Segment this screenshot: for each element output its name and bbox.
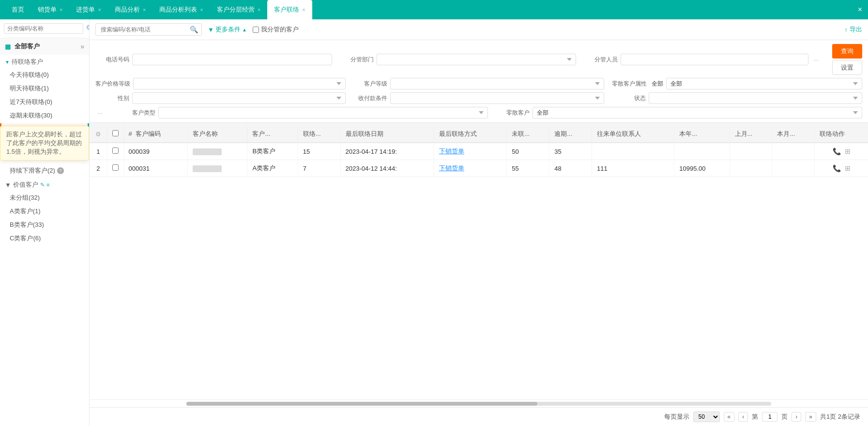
dept-select[interactable] xyxy=(377,54,577,65)
window-close-button[interactable]: × xyxy=(858,5,862,14)
horizontal-scrollbar[interactable] xyxy=(90,399,868,407)
row2-phone-icon[interactable]: 📞 xyxy=(833,164,841,172)
col-header-code[interactable]: # 客户编码 xyxy=(123,126,188,143)
nav-item-sales[interactable]: 销货单 × xyxy=(31,0,69,19)
query-button[interactable]: 查询 xyxy=(832,44,862,59)
last-page-button[interactable]: » xyxy=(805,412,816,422)
sidebar-item-today[interactable]: 今天待联络(0) xyxy=(0,68,89,82)
top-nav: 首页 销货单 × 进货单 × 商品分析 × 商品分析列表 × 客户分层经营 × … xyxy=(0,0,868,19)
row2-select-checkbox[interactable] xyxy=(112,164,119,171)
price-level-select[interactable] xyxy=(133,78,346,89)
nav-item-customer-layer[interactable]: 客户分层经营 × xyxy=(210,0,267,19)
row2-last-date: 2023-04-12 14:44: xyxy=(340,160,434,177)
sidebar-all-customers-header[interactable]: ▦ 全部客户 » xyxy=(0,38,89,55)
settings-button[interactable]: 设置 xyxy=(832,60,862,75)
sidebar-item-declining[interactable]: 持续下滑客户(2) ? xyxy=(0,164,89,177)
payment-select[interactable] xyxy=(390,92,604,104)
col-header-this-year[interactable]: 本年... xyxy=(674,126,730,143)
sidebar-search-icon[interactable]: 🔍 xyxy=(86,25,90,32)
col-header-action: 联络动作 xyxy=(815,126,868,143)
retail-customer-select[interactable]: 全部 xyxy=(533,107,862,118)
table-settings-col[interactable]: ⚙ xyxy=(90,126,107,143)
current-page-input[interactable] xyxy=(762,412,777,422)
export-button[interactable]: ↑ 导出 xyxy=(845,25,863,34)
retail-attr-select[interactable]: 全部 xyxy=(666,78,862,89)
nav-item-purchase[interactable]: 进货单 × xyxy=(69,0,107,19)
filter-icon: ▼ xyxy=(208,26,214,33)
gender-select[interactable] xyxy=(132,92,346,104)
nav-item-customer-contact[interactable]: 客户联络 × xyxy=(267,0,312,19)
table-gear-icon[interactable]: ⚙ xyxy=(95,131,101,138)
nav-item-analysis[interactable]: 商品分析 × xyxy=(108,0,152,19)
col-header-contact-person[interactable]: 往来单位联系人 xyxy=(592,126,674,143)
col-header-this-month[interactable]: 本月... xyxy=(772,126,815,143)
status-select[interactable] xyxy=(649,92,862,104)
scroll-thumb[interactable] xyxy=(186,402,537,406)
list-icon[interactable]: ≡ xyxy=(46,182,49,188)
col-header-not-contacted[interactable]: 未联... xyxy=(507,126,549,143)
sidebar: 🔍 ▦ 全部客户 » ▼ 待联络客户 今天待联络(0) 明天待联络(1) 近7天… xyxy=(0,19,90,426)
more-conditions-button[interactable]: ▼ 更多条件 ▲ xyxy=(208,25,247,34)
sidebar-item-a-class[interactable]: A类客户(1) xyxy=(0,205,89,218)
total-label: 共1页 2条记录 xyxy=(820,412,860,421)
row1-num: 1 xyxy=(90,143,107,160)
row1-checkbox[interactable] xyxy=(107,143,123,160)
sidebar-value-customers-header[interactable]: ▼ 价值客户 ✎ ≡ xyxy=(0,177,89,191)
person-input[interactable] xyxy=(621,54,808,65)
col-header-level[interactable]: 客户... xyxy=(247,126,298,143)
row1-phone-icon[interactable]: 📞 xyxy=(833,147,841,155)
table-row: 1 000039 B类客户 15 2023-04-17 14:19: xyxy=(90,143,868,160)
phone-input[interactable] xyxy=(132,54,332,65)
col-header-last-month[interactable]: 上月... xyxy=(730,126,772,143)
sidebar-search-input[interactable] xyxy=(4,23,83,34)
row2-more-icon[interactable]: ⊞ xyxy=(845,164,851,172)
customer-type-select[interactable] xyxy=(158,107,488,118)
close-sales-icon[interactable]: × xyxy=(60,7,62,13)
edit-icon[interactable]: ✎ xyxy=(40,182,45,188)
sidebar-item-unclassified[interactable]: 未分组(32) xyxy=(0,191,89,205)
row2-num: 2 xyxy=(90,160,107,177)
col-header-overdue[interactable]: 逾期... xyxy=(549,126,592,143)
close-analysis-icon[interactable]: × xyxy=(143,7,146,13)
sidebar-section-waiting[interactable]: ▼ 待联络客户 xyxy=(0,55,89,68)
my-customers-checkbox-label[interactable]: 我分管的客户 xyxy=(253,25,299,34)
row2-checkbox[interactable] xyxy=(107,160,123,177)
person-dots-button[interactable]: ··· xyxy=(811,56,821,63)
close-analysis-list-icon[interactable]: × xyxy=(200,7,203,13)
sidebar-item-7days[interactable]: 近7天待联络(0) xyxy=(0,95,89,109)
next-page-button[interactable]: › xyxy=(792,412,801,422)
customer-level-select[interactable] xyxy=(390,78,604,89)
prev-page-button[interactable]: ‹ xyxy=(738,412,748,422)
close-customer-layer-icon[interactable]: × xyxy=(258,7,260,13)
sidebar-item-tomorrow[interactable]: 明天待联络(1) xyxy=(0,82,89,95)
nav-item-analysis-list[interactable]: 商品分析列表 × xyxy=(152,0,210,19)
per-page-select[interactable]: 50 20 100 xyxy=(693,411,720,422)
first-page-button[interactable]: « xyxy=(724,412,735,422)
info-badge-3: ? xyxy=(57,167,64,174)
my-customers-checkbox[interactable] xyxy=(253,27,259,33)
col-header-last-method[interactable]: 最后联络方式 xyxy=(434,126,506,143)
sidebar-collapse-button[interactable]: » xyxy=(80,43,84,50)
per-page-label: 每页显示 xyxy=(664,412,689,421)
row2-last-method[interactable]: 下销货单 xyxy=(434,160,506,177)
arrow-down-icon: ▼ xyxy=(5,59,10,65)
sidebar-item-b-class[interactable]: B类客户(33) xyxy=(0,218,89,232)
sidebar-item-not-contacted[interactable]: 迩期未联络(30) xyxy=(0,109,89,122)
close-customer-contact-icon[interactable]: × xyxy=(302,7,305,13)
row1-last-method[interactable]: 下销货单 xyxy=(434,143,506,160)
row1-more-icon[interactable]: ⊞ xyxy=(845,147,851,155)
export-icon: ↑ xyxy=(845,26,848,33)
main-layout: 🔍 ▦ 全部客户 » ▼ 待联络客户 今天待联络(0) 明天待联络(1) 近7天… xyxy=(0,19,868,426)
col-header-contact-count[interactable]: 联络... xyxy=(298,126,340,143)
nav-item-home[interactable]: 首页 xyxy=(5,0,31,19)
search-button-icon[interactable]: 🔍 xyxy=(190,26,198,33)
more-fields-dots[interactable]: ··· xyxy=(95,109,105,117)
row1-select-checkbox[interactable] xyxy=(112,147,119,154)
sidebar-item-c-class[interactable]: C类客户(6) xyxy=(0,232,89,245)
close-purchase-icon[interactable]: × xyxy=(98,7,101,13)
col-header-last-date[interactable]: 最后联络日期 xyxy=(340,126,434,143)
select-all-checkbox[interactable] xyxy=(112,130,119,136)
search-input[interactable] xyxy=(95,23,202,36)
row2-code: 000031 xyxy=(123,160,188,177)
col-header-name[interactable]: 客户名称 xyxy=(188,126,247,143)
